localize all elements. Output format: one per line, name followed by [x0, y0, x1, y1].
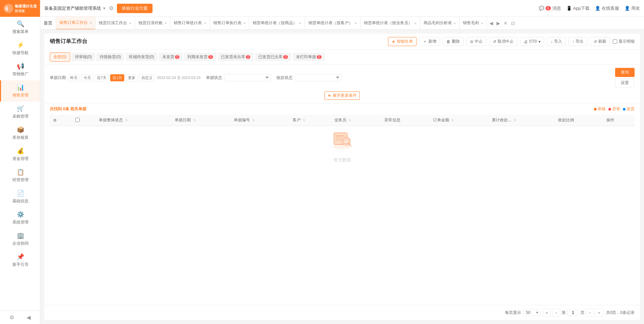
sidebar-collapse-btn[interactable]: ◀ [27, 314, 31, 321]
topbar-app-download-btn[interactable]: 📱 App下载 [566, 5, 590, 11]
date-btn-1month[interactable]: 近1月 [110, 74, 124, 81]
sidebar-item-guide[interactable]: 📌 新手引导 [0, 250, 40, 271]
tab-sales-stat-close[interactable]: × [204, 21, 206, 25]
sidebar-item-base-info[interactable]: 📄 基础信息 [0, 186, 40, 207]
date-btn-more[interactable]: 更多 [126, 74, 138, 81]
tab-sales-exec[interactable]: 销售订单执行表 × [210, 17, 249, 30]
filter-tab-not-shipped[interactable]: 未发货0 [159, 53, 183, 61]
tab-sales-workbench[interactable]: 销售订单工作台 × [56, 17, 95, 30]
tab-cash-reconcile[interactable]: 钱货日清对账 × [135, 17, 170, 30]
topbar-user-btn[interactable]: 👤 用友 [625, 5, 640, 11]
stop-btn[interactable]: ⊘ 中止 [466, 37, 486, 46]
svg-rect-5 [336, 137, 342, 138]
amount-sort-icon[interactable]: ⇅ [451, 118, 454, 122]
tab-cash-daily-close[interactable]: × [129, 21, 131, 25]
status-sort-icon[interactable]: ⇅ [125, 118, 128, 122]
refresh-btn[interactable]: ↺ 刷新 [590, 37, 610, 46]
print-btn[interactable]: 🖨 打印 ▾ [520, 37, 544, 46]
show-detail-label[interactable]: 显示明细 [613, 39, 635, 44]
filter-tab-pending-review[interactable]: 待审核(0) [72, 53, 95, 61]
customer-sort-icon[interactable]: ⇅ [303, 118, 305, 122]
tab-sales-stat[interactable]: 销售订单统计表 × [170, 17, 210, 30]
page-first-btn[interactable]: « [543, 309, 551, 317]
set-btn[interactable]: 设置 [615, 78, 635, 87]
expand-conditions-btn[interactable]: ▼ 展开更多条件 [325, 91, 360, 100]
filter-tab-wang-pending-ship[interactable]: 旺铺待发货(0) [126, 53, 158, 61]
tab-gross-profit-close[interactable]: × [454, 21, 456, 25]
number-sort-icon[interactable]: ⇅ [252, 118, 255, 122]
cancel-review-action-btn[interactable]: 弃审 [608, 106, 620, 112]
topbar-message-btn[interactable]: 💬 6 消息 [539, 5, 561, 11]
import-btn[interactable]: ↓ 导入 [547, 37, 566, 46]
tab-cash-daily[interactable]: 钱货日清工作台 × [95, 17, 135, 30]
filter-tab-not-printed[interactable]: 未打印单据0 [293, 53, 325, 61]
topbar-dropdown-btn[interactable]: ▾ [103, 6, 105, 11]
print-dropdown-icon[interactable]: ▾ [539, 39, 541, 44]
sidebar-item-search[interactable]: 🔍 搜索菜单 [0, 17, 40, 38]
tab-sales-gross[interactable]: 销售毛利 × [460, 17, 487, 30]
date-btn-today[interactable]: 今天 [81, 74, 93, 81]
page-next-btn[interactable]: › [586, 309, 594, 317]
filter-tab-all[interactable]: 全部(0) [50, 52, 70, 62]
status-select[interactable] [224, 74, 271, 81]
show-detail-checkbox[interactable] [613, 39, 617, 44]
topbar-gear-icon[interactable]: ⚙ [109, 5, 114, 11]
col-settings[interactable]: ⚙ [50, 115, 72, 126]
collection-select[interactable] [295, 74, 342, 81]
sidebar-item-enterprise[interactable]: 🏢 企业协同 [0, 229, 40, 250]
sidebar-item-marketing[interactable]: 📢 营销推广 [0, 59, 40, 80]
tab-sales-exec-close[interactable]: × [244, 21, 246, 25]
tab-sales-summary-staff[interactable]: 销货单统计表（按业务员） × [360, 17, 420, 30]
filter-tab-shipped-not-out[interactable]: 已发货未出库0 [218, 53, 254, 61]
sidebar-item-sales[interactable]: 📊 销售管理 [0, 80, 40, 102]
cancel-stop-icon: ↺ [493, 39, 496, 44]
tab-sales-summary-product-close[interactable]: × [299, 21, 301, 25]
add-btn[interactable]: ＋ 新增 [419, 37, 440, 46]
date-btn-custom[interactable]: 自定义 [139, 74, 155, 81]
tab-maximize-btn[interactable]: ⊡ [510, 20, 516, 27]
smart-order-btn[interactable]: ★ 智能生单 [388, 37, 417, 46]
date-btn-7days[interactable]: 近7天 [95, 74, 109, 81]
tab-sales-workbench-close[interactable]: × [90, 21, 92, 25]
tab-gross-profit[interactable]: 商品毛利分析表 × [420, 17, 460, 30]
sidebar-item-inventory[interactable]: 📦 库存核算 [0, 123, 40, 144]
staff-sort-icon[interactable]: ⇅ [348, 118, 351, 122]
query-btn[interactable]: 查询 [615, 68, 635, 77]
review-action-btn[interactable]: 审核 [594, 106, 606, 112]
col-checkbox[interactable] [72, 115, 95, 126]
sidebar-item-purchase[interactable]: 🛒 采购管理 [0, 102, 40, 123]
orders-table: ⚙ 单据整体状态 ⇅ 单据日期 ⇅ 单据编号 [50, 115, 635, 126]
filter-tab-overdue-ship[interactable]: 到期未发货0 [184, 53, 216, 61]
tab-sales-summary-product[interactable]: 销货单统计表（按商品） × [249, 17, 305, 30]
cancel-stop-btn[interactable]: ↺ 取消中止 [489, 37, 517, 46]
tab-sales-summary-customer-close[interactable]: × [355, 21, 357, 25]
sidebar-item-operation[interactable]: 📋 经营管理 [0, 165, 40, 186]
tab-cash-reconcile-close[interactable]: × [165, 21, 167, 25]
page-number-input[interactable] [567, 309, 579, 316]
page-prev-btn[interactable]: ‹ [552, 309, 560, 317]
page-last-btn[interactable]: » [595, 309, 603, 317]
sidebar-item-system[interactable]: ⚙️ 系统管理 [0, 207, 40, 229]
sidebar-item-finance[interactable]: 💰 资金管理 [0, 144, 40, 165]
tab-sales-gross-close[interactable]: × [481, 21, 483, 25]
tab-sales-summary-staff-close[interactable]: × [414, 21, 416, 25]
sidebar-settings-btn[interactable]: ⚙ [9, 314, 14, 321]
tab-home[interactable]: 首页 [40, 17, 56, 30]
export-btn[interactable]: ↑ 导出 [568, 37, 587, 46]
sidebar-item-quick-nav[interactable]: ⚡ 快捷导航 [0, 38, 40, 59]
tab-sales-summary-customer[interactable]: 销货单统计表（按客户） × [305, 17, 360, 30]
filter-tab-pending-check[interactable]: 待拣验货(0) [96, 53, 124, 61]
delete-btn[interactable]: 🗑 删除 [443, 37, 464, 46]
tab-next-btn[interactable]: ▶ [495, 20, 502, 27]
collected-sort-icon[interactable]: ⇅ [514, 118, 516, 122]
date-sort-icon[interactable]: ⇅ [193, 118, 196, 122]
topbar-industry-btn[interactable]: 体验行业方案 [117, 4, 153, 13]
topbar-service-btn[interactable]: 👤 在线客服 [595, 5, 619, 11]
filter-tab-shipped-out[interactable]: 已发货已出库0 [255, 53, 291, 61]
tab-close-all-btn[interactable]: ✕ [502, 20, 509, 27]
tab-prev-btn[interactable]: ◀ [488, 20, 495, 27]
date-btn-yesterday[interactable]: 昨天 [68, 74, 80, 81]
per-page-select[interactable]: 10 20 50 100 [524, 309, 540, 316]
select-all-checkbox[interactable] [75, 118, 80, 122]
ship-action-btn[interactable]: 发货 [623, 106, 635, 112]
